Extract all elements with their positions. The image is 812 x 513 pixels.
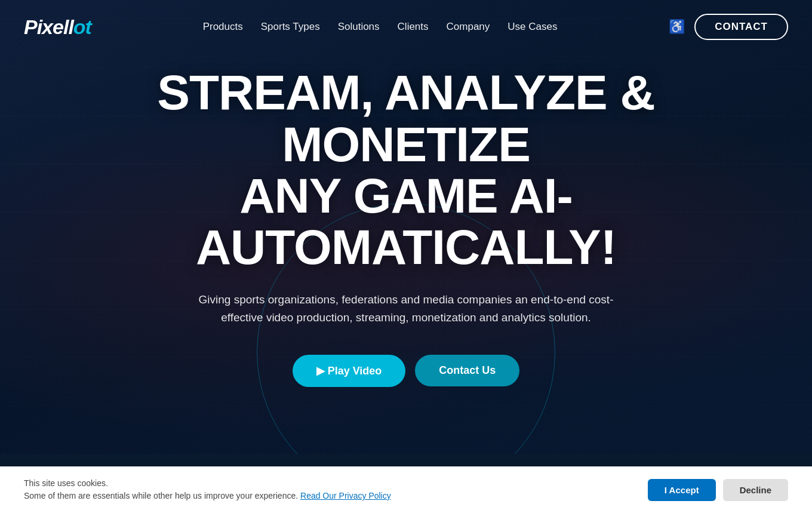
navbar: Pixellot Products Sports Types Solutions… — [0, 0, 812, 54]
nav-item-sports-types[interactable]: Sports Types — [261, 21, 320, 33]
hero-buttons: ▶ Play Video Contact Us — [102, 355, 710, 387]
logo-highlight: ot — [73, 16, 91, 38]
hero-headline: STREAM, ANALYZE & MONETIZE ANY GAME AI-A… — [102, 67, 710, 272]
nav-links: Products Sports Types Solutions Clients … — [203, 21, 558, 33]
hero-section: STREAM, ANALYZE & MONETIZE ANY GAME AI-A… — [0, 0, 812, 454]
nav-item-company[interactable]: Company — [447, 21, 490, 33]
hero-headline-line2: ANY GAME AI-AUTOMATICALLY! — [196, 168, 616, 274]
nav-link-company[interactable]: Company — [447, 21, 490, 32]
logo[interactable]: Pixellot — [24, 17, 91, 37]
nav-item-solutions[interactable]: Solutions — [338, 21, 380, 33]
nav-link-use-cases[interactable]: Use Cases — [508, 21, 557, 32]
nav-item-clients[interactable]: Clients — [398, 21, 429, 33]
nav-item-products[interactable]: Products — [203, 21, 243, 33]
nav-right: ♿ CONTACT — [669, 14, 788, 40]
contact-us-button[interactable]: Contact Us — [415, 355, 519, 386]
nav-link-sports-types[interactable]: Sports Types — [261, 21, 320, 32]
play-video-button[interactable]: ▶ Play Video — [293, 355, 406, 387]
nav-link-products[interactable]: Products — [203, 21, 243, 32]
nav-item-use-cases[interactable]: Use Cases — [508, 21, 557, 33]
accessibility-icon[interactable]: ♿ — [669, 19, 685, 35]
contact-nav-button[interactable]: CONTACT — [694, 14, 788, 40]
nav-link-clients[interactable]: Clients — [398, 21, 429, 32]
logo-text: Pixellot — [24, 17, 91, 37]
nav-link-solutions[interactable]: Solutions — [338, 21, 380, 32]
hero-content: STREAM, ANALYZE & MONETIZE ANY GAME AI-A… — [78, 67, 734, 386]
hero-headline-line1: STREAM, ANALYZE & MONETIZE — [157, 65, 654, 171]
hero-subtext: Giving sports organizations, federations… — [179, 291, 633, 327]
